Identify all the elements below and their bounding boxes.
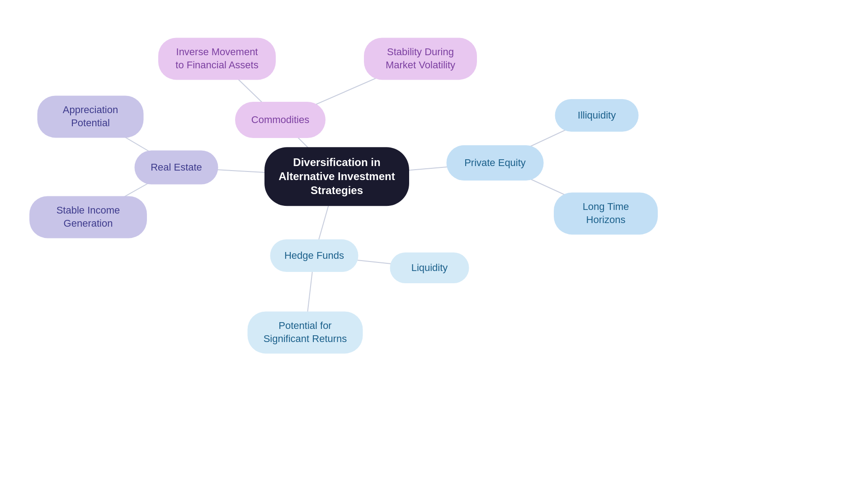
long-time-horizons-node: Long Time Horizons [554,192,658,234]
illiquidity-node: Illiquidity [555,99,639,132]
stable-income-node: Stable Income Generation [29,196,147,238]
inverse-movement-node: Inverse Movement to Financial Assets [158,38,276,80]
liquidity-node: Liquidity [390,252,469,283]
hedge-funds-node: Hedge Funds [270,239,359,272]
private-equity-node: Private Equity [447,145,544,181]
appreciation-node: Appreciation Potential [38,95,144,138]
potential-returns-node: Potential for Significant Returns [248,311,363,353]
commodities-node: Commodities [235,102,326,138]
center-node: Diversification in Alternative Investmen… [264,147,409,206]
stability-node: Stability During Market Volatility [364,38,477,80]
real-estate-node: Real Estate [135,151,218,185]
